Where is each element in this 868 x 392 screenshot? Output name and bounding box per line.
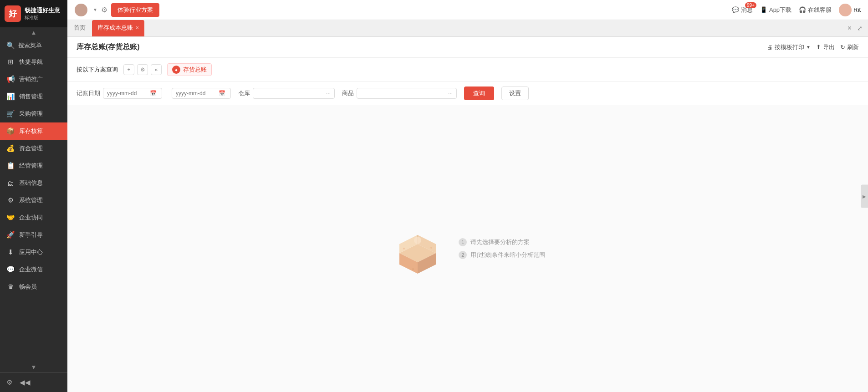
topbar-gear-icon[interactable]: ⚙: [101, 5, 107, 14]
app-name: 畅捷通好生意: [25, 7, 60, 15]
headset-icon: 🎧: [799, 6, 806, 13]
content-area: 1 请先选择要分析的方案 2 用[过滤]条件来缩小分析范围 ▶: [67, 105, 868, 392]
date-label: 记账日期: [77, 89, 100, 97]
warehouse-select[interactable]: ···: [253, 88, 335, 99]
calendar-end-icon[interactable]: 📅: [219, 90, 225, 97]
sidebar-item-apps[interactable]: ⬇ 应用中心: [0, 244, 67, 261]
purchase-icon: 🛒: [6, 110, 15, 118]
online-service-btn[interactable]: 🎧 在线客服: [799, 6, 832, 14]
topbar-user-area[interactable]: ▼: [75, 4, 97, 16]
date-end-field[interactable]: [176, 90, 217, 97]
sidebar-label-quick-nav: 快捷导航: [19, 58, 43, 66]
page-title: 库存总账(存货总账): [77, 42, 140, 52]
filter-collapse-btn[interactable]: «: [151, 64, 162, 75]
svg-point-9: [412, 268, 414, 270]
filter-settings-btn[interactable]: ⚙: [137, 64, 148, 75]
calendar-start-icon[interactable]: 📅: [150, 90, 157, 97]
sidebar-scroll: ⊞ 快捷导航 📢 营销推广 📊 销售管理 🛒 采购管理 📦 库存核算 💰 资金管…: [0, 53, 67, 362]
user-dropdown-icon[interactable]: ▼: [93, 7, 97, 12]
sidebar-item-wechat[interactable]: 💬 企业微信: [0, 261, 67, 278]
topbar-user-right[interactable]: Rit: [839, 4, 861, 16]
export-label: 导出: [823, 43, 835, 51]
guide-icon: 🚀: [6, 231, 15, 239]
messages-badge: 99+: [745, 2, 756, 8]
tip-item-1: 1 请先选择要分析的方案: [459, 238, 545, 246]
tab-inventory-ledger[interactable]: 库存成本总账 ×: [92, 20, 144, 36]
sidebar-item-enterprise[interactable]: 🤝 企业协同: [0, 209, 67, 226]
app-download-btn[interactable]: 📱 App下载: [760, 6, 791, 14]
date-range-wrapper: 📅 — 📅: [103, 88, 231, 99]
sidebar-item-operations[interactable]: 📋 经营管理: [0, 157, 67, 174]
product-more-icon[interactable]: ···: [448, 90, 453, 97]
warehouse-more-icon[interactable]: ···: [326, 90, 331, 97]
date-end-input[interactable]: 📅: [172, 88, 231, 99]
quick-nav-icon: ⊞: [6, 58, 15, 66]
export-btn[interactable]: ⬆ 导出: [816, 43, 835, 51]
refresh-label: 刷新: [847, 43, 859, 51]
sidebar-item-quick-nav[interactable]: ⊞ 快捷导航: [0, 53, 67, 71]
date-start-input[interactable]: 📅: [103, 88, 162, 99]
sidebar-logo: 好 畅捷通好生意 标准版: [0, 0, 67, 27]
product-select[interactable]: ···: [357, 88, 457, 99]
sidebar-label-marketing: 营销推广: [19, 75, 43, 83]
close-panel-btn[interactable]: ×: [846, 22, 853, 34]
search-btn[interactable]: 查询: [464, 87, 494, 100]
page-header: 库存总账(存货总账) 🖨 按模板打印 ▼ ⬆ 导出 ↻ 刷新: [67, 37, 868, 58]
sidebar-search[interactable]: 🔍 搜索菜单: [0, 38, 67, 53]
warehouse-field: 仓库 ···: [238, 88, 335, 99]
sidebar-item-basic[interactable]: 🗂 基础信息: [0, 174, 67, 192]
sidebar-item-sales[interactable]: 📊 销售管理: [0, 88, 67, 105]
sidebar-label-system: 系统管理: [19, 196, 43, 204]
expand-btn[interactable]: ⤢: [855, 23, 864, 34]
inventory-icon: 📦: [6, 127, 15, 135]
sidebar-item-inventory[interactable]: 📦 库存核算: [0, 122, 67, 140]
tab-inventory-ledger-label: 库存成本总账: [97, 24, 133, 32]
settings-btn[interactable]: 设置: [501, 87, 529, 100]
scheme-item[interactable]: ● 存货总账: [167, 63, 212, 76]
sidebar-label-sales: 销售管理: [19, 92, 43, 101]
right-panel-toggle[interactable]: ▶: [861, 184, 868, 208]
tip-item-2: 2 用[过滤]条件来缩小分析范围: [459, 251, 545, 259]
filter-add-btn[interactable]: +: [123, 64, 134, 75]
tabs-inner: 首页 库存成本总账 ×: [67, 20, 842, 36]
tip-text-1: 请先选择要分析的方案: [470, 238, 530, 246]
svg-point-8: [430, 247, 432, 249]
sidebar-label-purchase: 采购管理: [19, 110, 43, 118]
tab-close-icon[interactable]: ×: [136, 25, 139, 31]
app-download-label: App下载: [769, 6, 791, 14]
scheme-name: 存货总账: [183, 66, 207, 74]
scheme-dot-icon: ●: [172, 66, 180, 74]
collapse-sidebar-icon[interactable]: ◀◀: [20, 378, 31, 387]
topbar-user-display: Rit: [853, 6, 861, 13]
app-name-block: 畅捷通好生意 标准版: [25, 7, 60, 20]
scroll-up-arrow[interactable]: ▲: [0, 27, 67, 38]
sidebar-item-marketing[interactable]: 📢 营销推广: [0, 71, 67, 88]
tab-home[interactable]: 首页: [67, 20, 92, 36]
tabs-wrapper: 首页 库存成本总账 × × ⤢: [67, 20, 868, 37]
filter-area: 按以下方案查询 + ⚙ « ● 存货总账: [67, 58, 868, 82]
messages-btn[interactable]: 💬 消息 99+: [732, 6, 753, 14]
sidebar-item-guide[interactable]: 🚀 新手引导: [0, 226, 67, 244]
settings-footer-icon[interactable]: ⚙: [6, 378, 12, 387]
sidebar-item-funds[interactable]: 💰 资金管理: [0, 140, 67, 157]
scroll-down-arrow[interactable]: ▼: [0, 362, 67, 372]
sidebar-item-purchase[interactable]: 🛒 采购管理: [0, 105, 67, 122]
sidebar-item-system[interactable]: ⚙ 系统管理: [0, 192, 67, 209]
refresh-icon: ↻: [840, 44, 845, 51]
sidebar-item-member[interactable]: ♛ 畅会员: [0, 278, 67, 295]
refresh-btn[interactable]: ↻ 刷新: [840, 43, 859, 51]
app-version: 标准版: [25, 15, 60, 20]
print-dropdown-icon[interactable]: ▼: [806, 45, 811, 50]
print-template-btn[interactable]: 🖨 按模板打印 ▼: [767, 43, 811, 51]
empty-box-svg: [390, 221, 445, 276]
topbar: ▼ ⚙ 体验行业方案 💬 消息 99+ 📱 App下载 🎧 在线客服 Rit: [67, 0, 868, 20]
basic-icon: 🗂: [6, 179, 15, 187]
avatar: [75, 4, 87, 16]
filter-label: 按以下方案查询: [77, 66, 118, 74]
user-avatar-right: [839, 4, 852, 16]
industry-btn[interactable]: 体验行业方案: [111, 3, 159, 17]
filter-gear-icon: ⚙: [140, 66, 145, 73]
warehouse-label: 仓库: [238, 89, 250, 97]
date-start-field[interactable]: [107, 90, 148, 97]
sidebar-label-guide: 新手引导: [19, 231, 43, 239]
